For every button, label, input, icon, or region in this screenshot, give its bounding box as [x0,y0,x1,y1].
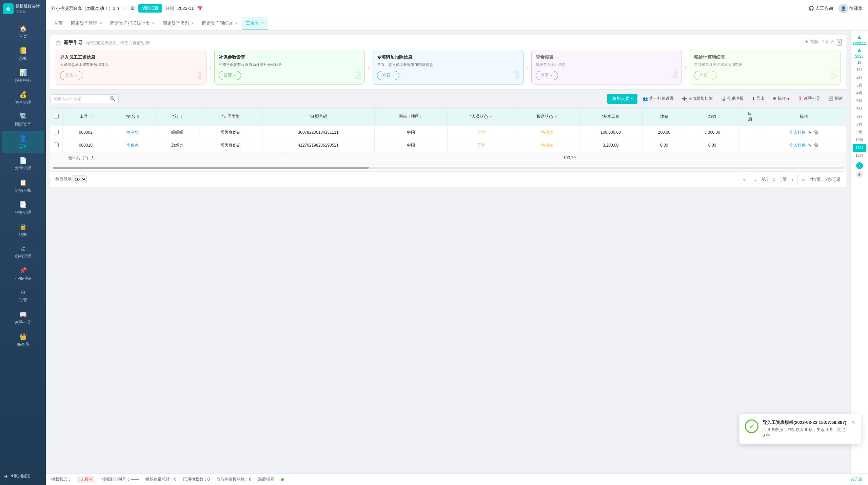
wizard-help-link[interactable]: ? 帮助 [822,39,834,45]
row2-checkbox[interactable] [54,143,59,147]
tab-detail-close[interactable]: ✕ [235,21,238,25]
search-icon[interactable]: 🔍 [110,96,116,101]
wizard-step-2-btn[interactable]: 设置＞ [219,71,241,80]
sidebar-item-home[interactable]: 🏠 首页 [2,21,44,43]
calendar-month-4[interactable]: 4月 [853,89,866,97]
special-deduction-button[interactable]: ➕ 专项附加扣除 [679,94,715,103]
calendar-month-8[interactable]: 8月 [853,120,866,128]
sort-name-icon[interactable]: ⇅ [137,115,139,118]
sidebar-item-expense[interactable]: 📌 小畅报销 [2,263,44,285]
page-input[interactable] [767,176,781,183]
calendar-month-2[interactable]: 2月 [853,74,866,81]
calendar-down-nav[interactable]: ▲ [856,46,863,54]
wizard-step-5-btn[interactable]: 查看＞ [694,71,716,80]
scroll-thumb[interactable] [53,167,369,169]
calendar-dot-1[interactable]: ↑ [856,162,863,169]
unify-social-insurance-button[interactable]: 👥 统一社保设置 [640,94,676,103]
wizard-close-button[interactable]: ✕ [837,39,842,45]
tab-fixed-assets[interactable]: 固定资产管理 ✕ [67,17,106,30]
tab-depreciation[interactable]: 固定资产折旧统计表 ✕ [106,17,159,30]
select-all-checkbox[interactable] [54,114,59,118]
tab-depreciation-close[interactable]: ✕ [152,21,155,25]
sidebar-item-tax[interactable]: 📑 税务管理 [2,198,44,219]
col-nationality: 国籍（地区） [374,108,447,126]
export-button[interactable]: ⬇ 导出 [749,94,767,103]
row2-edit-icon[interactable]: ✎ [808,143,812,148]
calendar-month-12-prev[interactable]: 12 [853,59,866,66]
calendar-month-6[interactable]: 6月 [853,105,866,113]
calendar-month-1[interactable]: 1月 [853,66,866,74]
search-input[interactable] [54,96,108,101]
wizard-step-3-btn[interactable]: 查看＞ [377,71,399,80]
wizard-step-4-desc: 快速查看统计信息 [536,62,678,68]
wizard-step-1: 导入员工工资信息 人员信息及工资数据新增导入 导入＞ 1 [56,50,206,85]
wizard-video-link[interactable]: ▶ 视频 [805,39,818,45]
scroll-indicator [53,167,843,169]
row2-delete-icon[interactable]: 🗑 [814,143,818,148]
calendar-month-3[interactable]: 3月 [853,81,866,89]
refresh-button[interactable]: 🔄 刷新 [826,94,846,103]
toast-close-button[interactable]: ✕ [851,419,855,425]
calendar-month-9[interactable]: 9月 [853,128,866,136]
filter-status-icon[interactable]: ▼ [489,115,492,118]
filter-report-icon[interactable]: ▼ [554,115,557,118]
tab-home[interactable]: 首页 [50,17,67,30]
page-next-button[interactable]: › [788,175,797,184]
calendar-dot-2[interactable]: ⚙ [856,171,863,178]
row1-checkbox[interactable] [54,130,59,134]
wizard-step-4-btn[interactable]: 查看＞ [536,71,558,80]
row2-social-btn[interactable]: 个人社保 [789,143,806,148]
auth-status-badge: 未授权 [78,476,95,483]
account-selector[interactable]: 刘小艳演示账套（勿删勿动！）1 ▾ [51,5,120,12]
add-person-button[interactable]: 添加人员 ▾ [607,94,637,104]
sidebar-item-member[interactable]: 👑 畅会员 [2,330,44,351]
settings-cog-icon[interactable]: ⚙ [130,5,135,12]
sidebar-item-archive[interactable]: 🗂 归档管理 [2,242,44,263]
row1-delete-icon[interactable]: 🗑 [814,130,818,135]
sidebar-item-salary[interactable]: 👤 工资 [2,131,44,153]
tab-salary-close[interactable]: ✕ [261,21,264,25]
charge-link[interactable]: 去充值 [850,477,863,482]
guide-button[interactable]: ❓ 新手引导 [795,94,823,103]
sidebar-item-assets[interactable]: 🏗 固定资产 [2,110,44,131]
tab-category[interactable]: 固定资产类别 ✕ [159,17,198,30]
row2-name-link[interactable]: 李俊杰 [126,143,139,148]
page-last-button[interactable]: » [799,175,808,184]
sidebar-item-report[interactable]: 📊 报表中心 [2,66,44,87]
sidebar-item-ledger[interactable]: 📒 总账 [2,43,44,65]
calendar-month-7[interactable]: 7月 [853,113,866,120]
calendar-icon[interactable]: 📅 [197,6,202,11]
add-account-icon[interactable]: + [123,5,127,12]
operations-button[interactable]: ⚙ 操作 ▾ [770,94,792,103]
calendar-month-10[interactable]: 10月 [853,136,866,144]
tab-salary[interactable]: 工资表 ✕ [242,17,268,30]
calendar-up-nav[interactable]: ▲ [856,33,863,41]
row1-social-btn[interactable]: 个人社保 [789,130,806,135]
ai-consult[interactable]: 🎧 人工咨询 [809,5,833,12]
sort-id-icon[interactable]: ⇅ [89,115,92,118]
tab-fixed-assets-close[interactable]: ✕ [99,21,102,25]
switch-version-button[interactable]: 切到旧版 [138,4,162,13]
tax-report-button[interactable]: 📊 个税申报 [718,94,746,103]
wizard-step-1-btn[interactable]: 导入＞ [60,71,82,80]
sidebar-unpin[interactable]: ◀ ◀取消固定 [0,470,46,482]
sidebar-item-sales[interactable]: 📋 进销台账 [2,175,44,197]
sidebar-item-settle[interactable]: 🔒 结账 [2,220,44,241]
sidebar-item-settings[interactable]: ⚙ 设置 [2,285,44,307]
sidebar-item-invoice[interactable]: 📄 发票管理 [2,153,44,175]
statusbar: 授权状态： 未授权 授权到期时间：—— 授权数量总计：0 已用授权数：0 当前剩… [46,473,868,485]
row1-name-link[interactable]: 徐泽华 [126,130,139,135]
calendar-month-11-current[interactable]: 11月 [853,144,866,152]
page-prev-button[interactable]: ‹ [751,175,760,184]
page-first-button[interactable]: « [740,175,749,184]
sidebar-item-finance[interactable]: 💰 资金管理 [2,88,44,109]
calendar-month-12[interactable]: 12月 [853,152,866,160]
per-page-select[interactable]: 10 20 50 [72,175,87,183]
tab-category-close[interactable]: ✕ [191,21,194,25]
sidebar-item-guide[interactable]: 📖 新手引导 [2,307,44,329]
tab-detail[interactable]: 固定资产明细账 ✕ [198,17,242,30]
row1-edit-icon[interactable]: ✎ [808,130,812,135]
calendar-month-5[interactable]: 5月 [853,97,866,105]
row1-status-badge: 正常 [477,130,485,135]
user-profile[interactable]: 👤 徐泽华 [839,4,863,13]
